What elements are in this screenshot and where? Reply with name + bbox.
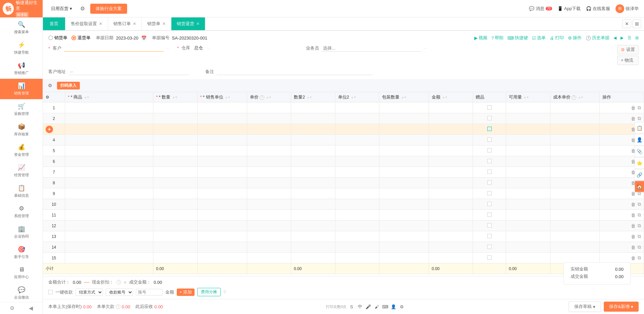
- cell-13-0[interactable]: [153, 231, 197, 242]
- settlement-select[interactable]: 结算方式: [75, 289, 103, 296]
- cell-14-2[interactable]: [247, 242, 291, 253]
- tab-delivery-close[interactable]: ✕: [162, 21, 166, 26]
- cell-15-0[interactable]: [153, 253, 197, 263]
- tab-price-close[interactable]: ✕: [99, 21, 102, 26]
- nav-next[interactable]: ▶: [621, 36, 624, 40]
- cell-13-5[interactable]: [379, 231, 429, 242]
- cell-4-0[interactable]: [153, 135, 197, 145]
- cell-2-5[interactable]: [379, 113, 429, 124]
- cell-12-6[interactable]: [429, 221, 473, 231]
- right-float-link-icon[interactable]: 🔗: [635, 169, 644, 180]
- cell-1-2[interactable]: [247, 103, 291, 113]
- gift-cell-7[interactable]: [473, 167, 506, 178]
- cell-3-4[interactable]: [335, 124, 379, 135]
- cell-5-3[interactable]: [291, 145, 335, 156]
- sidebar-item-purchase[interactable]: 🛒 采购管理: [0, 99, 43, 120]
- cell-4-1[interactable]: [197, 135, 247, 145]
- cell-3-0[interactable]: [153, 124, 197, 135]
- add-row-button[interactable]: +: [46, 126, 53, 133]
- sale-radio[interactable]: 销货单: [48, 35, 67, 41]
- remark-input[interactable]: [217, 68, 373, 75]
- avail-cell-3[interactable]: [506, 124, 550, 135]
- video-link[interactable]: ▶ 视频: [474, 35, 487, 41]
- tab-home[interactable]: 首页: [43, 17, 65, 30]
- product-cell-5[interactable]: [65, 145, 153, 156]
- cost-cell-4[interactable]: [550, 135, 600, 145]
- cell-7-5[interactable]: [379, 167, 429, 178]
- product-cell-4[interactable]: [65, 135, 153, 145]
- right-float-attach-icon[interactable]: 📎: [635, 145, 644, 157]
- cell-6-4[interactable]: [335, 156, 379, 167]
- cell-7-2[interactable]: [247, 167, 291, 178]
- cell-7-6[interactable]: [429, 167, 473, 178]
- cell-11-2[interactable]: [247, 210, 291, 221]
- cell-10-5[interactable]: [379, 199, 429, 210]
- gift-checkbox-2[interactable]: [487, 116, 492, 120]
- restore-tab-btn[interactable]: ⊞: [633, 19, 641, 28]
- cell-8-4[interactable]: [335, 178, 379, 188]
- product-cell-6[interactable]: [65, 156, 153, 167]
- copy-row-icon-11[interactable]: ⧉: [638, 212, 641, 218]
- sidebar-item-inventory[interactable]: 📦 库存核算: [0, 120, 43, 140]
- cell-2-3[interactable]: [291, 113, 335, 124]
- product-cell-7[interactable]: [65, 167, 153, 178]
- cell-14-5[interactable]: [379, 242, 429, 253]
- gift-cell-3[interactable]: [473, 124, 506, 135]
- product-cell-11[interactable]: [65, 210, 153, 221]
- cell-15-6[interactable]: [429, 253, 473, 263]
- cell-6-6[interactable]: [429, 156, 473, 167]
- avail-cell-1[interactable]: [506, 103, 550, 113]
- discount-info-icon[interactable]: ?: [116, 280, 121, 285]
- product-cell-12[interactable]: [65, 221, 153, 231]
- cost-cell-14[interactable]: [550, 242, 600, 253]
- copy-row-icon-10[interactable]: ⧉: [638, 201, 641, 207]
- cell-6-3[interactable]: [291, 156, 335, 167]
- sidebar-item-operation[interactable]: 📈 经营管理: [0, 161, 43, 181]
- debt-info-icon[interactable]: ?: [116, 304, 120, 309]
- cell-9-1[interactable]: [197, 188, 247, 199]
- view-grid-icon[interactable]: ⊞: [635, 36, 639, 40]
- cell-10-6[interactable]: [429, 199, 473, 210]
- avail-cell-14[interactable]: [506, 242, 550, 253]
- cell-4-2[interactable]: [247, 135, 291, 145]
- cell-1-4[interactable]: [335, 103, 379, 113]
- product-cell-15[interactable]: [65, 253, 153, 263]
- sidebar-item-system[interactable]: ⚙ 系统管理: [0, 201, 43, 222]
- cell-15-1[interactable]: [197, 253, 247, 263]
- cell-7-4[interactable]: [335, 167, 379, 178]
- collapse-icon[interactable]: ◀: [29, 305, 33, 311]
- gift-cell-13[interactable]: [473, 231, 506, 242]
- cell-2-0[interactable]: [153, 113, 197, 124]
- cell-3-1[interactable]: [197, 124, 247, 135]
- settings-action-btn[interactable]: ⚙ 设置: [617, 45, 639, 54]
- sidebar-item-sales[interactable]: 📊 销售管理: [0, 79, 43, 99]
- cell-11-6[interactable]: [429, 210, 473, 221]
- cost-cell-11[interactable]: [550, 210, 600, 221]
- keyboard-icon[interactable]: ⌨: [381, 303, 389, 310]
- address-input[interactable]: [68, 68, 189, 75]
- gift-cell-6[interactable]: [473, 156, 506, 167]
- cell-9-0[interactable]: [153, 188, 197, 199]
- cell-3-6[interactable]: [429, 124, 473, 135]
- settings-gear-icon[interactable]: ⚙: [10, 305, 14, 311]
- right-float-home-icon[interactable]: 🏠: [635, 181, 644, 192]
- sort-unit2[interactable]: ▲▼: [351, 96, 356, 99]
- sidebar-item-appstore[interactable]: 🖥 应用中心: [0, 263, 43, 283]
- avail-cell-4[interactable]: [506, 135, 550, 145]
- product-cell-13[interactable]: [65, 231, 153, 242]
- copy-row-icon-12[interactable]: ⧉: [638, 223, 641, 229]
- table-settings-icon[interactable]: ⚙: [46, 81, 54, 90]
- product-cell-14[interactable]: [65, 242, 153, 253]
- gift-checkbox-13[interactable]: [487, 234, 492, 238]
- cell-8-5[interactable]: [379, 178, 429, 188]
- cell-14-1[interactable]: [197, 242, 247, 253]
- cell-7-1[interactable]: [197, 167, 247, 178]
- cell-13-2[interactable]: [247, 231, 291, 242]
- zh-icon[interactable]: 中: [356, 303, 364, 310]
- delete-row-icon-11[interactable]: 🗑: [631, 212, 636, 218]
- sort-unit[interactable]: ▲▼: [225, 96, 230, 99]
- cell-7-3[interactable]: [291, 167, 335, 178]
- gift-checkbox-14[interactable]: [487, 245, 492, 249]
- cell-13-1[interactable]: [197, 231, 247, 242]
- cell-6-5[interactable]: [379, 156, 429, 167]
